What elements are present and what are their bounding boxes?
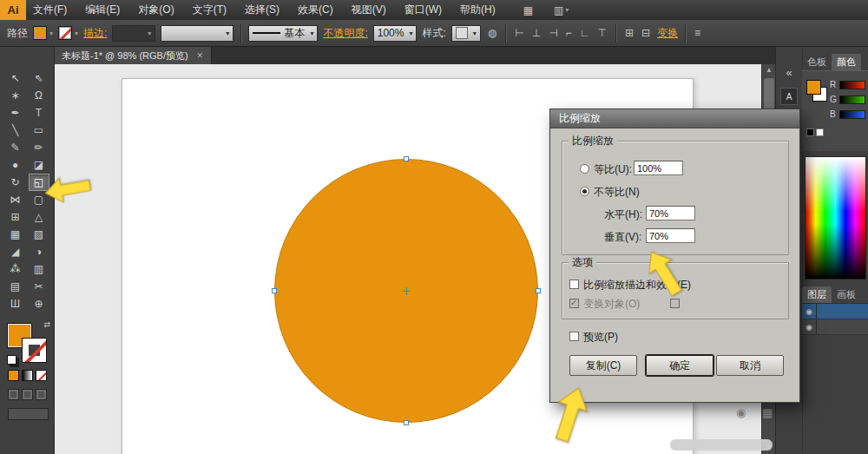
distribute-middle-icon[interactable]: ∟: [578, 27, 592, 39]
slice-tool[interactable]: ✂: [29, 278, 49, 295]
menu-type[interactable]: 文字(T): [186, 0, 233, 20]
stroke-color-swatch[interactable]: ▾: [58, 26, 78, 40]
fill-color-swatch[interactable]: ▾: [33, 26, 53, 40]
draw-normal-button[interactable]: [8, 389, 19, 400]
layer-row[interactable]: ◉: [802, 319, 868, 335]
screen-mode-button[interactable]: [8, 408, 49, 420]
line-segment-tool[interactable]: ╲: [5, 122, 26, 139]
magic-wand-tool[interactable]: ∗: [5, 87, 26, 104]
stroke-panel-link[interactable]: 描边:: [83, 26, 107, 41]
copy-button[interactable]: 复制(C): [569, 355, 637, 376]
color-slider-track[interactable]: [839, 95, 865, 104]
gradient-mode-button[interactable]: [22, 370, 33, 381]
shape-mode-icon[interactable]: ⊞: [623, 27, 635, 39]
hand-tool[interactable]: Ш: [5, 295, 26, 313]
artboard-tool[interactable]: ▤: [5, 278, 26, 295]
column-graph-tool[interactable]: ▥: [29, 260, 49, 278]
scale-strokes-checkbox[interactable]: [569, 280, 579, 289]
blob-brush-tool[interactable]: ●: [5, 156, 26, 174]
direct-selection-tool[interactable]: ⇖: [29, 69, 49, 87]
menu-window[interactable]: 窗口(W): [398, 0, 449, 20]
paintbrush-tool[interactable]: ✎: [5, 139, 26, 156]
color-spectrum[interactable]: [805, 156, 866, 280]
tab-color[interactable]: 颜色: [832, 54, 861, 70]
cancel-button[interactable]: 取消: [716, 355, 784, 376]
nonuniform-radio[interactable]: [580, 187, 589, 196]
menu-effect[interactable]: 效果(C): [291, 0, 340, 20]
horizontal-scrollbar-thumb[interactable]: [670, 439, 773, 451]
tab-layers[interactable]: 图层: [802, 286, 832, 303]
rotate-tool[interactable]: ↻: [5, 174, 26, 191]
transform-objects-checkbox[interactable]: [569, 299, 579, 308]
distribute-top-icon[interactable]: ⌐: [564, 27, 574, 39]
visibility-eye-icon[interactable]: ◉: [802, 319, 817, 334]
brush-definition-combo[interactable]: ▾: [161, 25, 233, 42]
tab-swatches[interactable]: 色板: [802, 54, 832, 70]
white-swatch[interactable]: [816, 128, 824, 136]
default-fill-stroke-icon[interactable]: [7, 355, 16, 365]
draw-behind-button[interactable]: [22, 389, 33, 400]
color-mode-button[interactable]: [8, 370, 19, 381]
document-tab[interactable]: 未标题-1* @ 98% (RGB/预览) ×: [54, 47, 212, 64]
symbol-sprayer-tool[interactable]: ⁂: [5, 260, 26, 278]
horizontal-scale-input[interactable]: [646, 206, 695, 220]
layer-row[interactable]: ◉: [802, 304, 868, 319]
color-slider-track[interactable]: [839, 81, 865, 89]
shape-builder-tool[interactable]: ⊞: [5, 208, 26, 226]
workspace-switcher-icon[interactable]: ▥▾: [554, 4, 569, 16]
pencil-tool[interactable]: ✏: [29, 139, 49, 156]
selection-tool[interactable]: ↖: [5, 69, 26, 87]
align-right-icon[interactable]: ⊣: [547, 27, 559, 39]
menu-file[interactable]: 文件(F): [26, 0, 74, 20]
menu-view[interactable]: 视图(V): [345, 0, 393, 20]
anchor-point-bottom[interactable]: [404, 420, 409, 425]
perspective-grid-tool[interactable]: △: [29, 208, 49, 226]
zoom-tool[interactable]: ⊕: [29, 295, 49, 313]
anchor-point-left[interactable]: [272, 288, 277, 293]
pen-tool[interactable]: ✒: [5, 104, 26, 122]
width-tool[interactable]: ⋈: [5, 191, 26, 208]
close-icon[interactable]: ×: [197, 49, 203, 62]
lasso-tool[interactable]: Ω: [29, 87, 49, 104]
uniform-radio[interactable]: [580, 164, 589, 174]
tab-artboards[interactable]: 画板: [832, 286, 861, 303]
visibility-eye-icon[interactable]: ◉: [802, 304, 817, 319]
globe-icon[interactable]: ◍: [486, 27, 498, 39]
color-slider-track[interactable]: [839, 110, 865, 119]
stroke-proxy[interactable]: [22, 338, 47, 363]
opacity-combo[interactable]: 100%▾: [373, 25, 418, 42]
distribute-bottom-icon[interactable]: ⊤: [595, 27, 608, 39]
mesh-tool[interactable]: ▦: [5, 226, 26, 243]
align-center-icon[interactable]: ⊥: [530, 27, 542, 39]
eyedropper-tool[interactable]: ◢: [5, 243, 26, 260]
swap-fill-stroke-icon[interactable]: ⇄: [43, 320, 50, 329]
stroke-weight-combo[interactable]: ▾: [112, 25, 155, 42]
anchor-point-top[interactable]: [404, 156, 409, 161]
gradient-tool[interactable]: ▧: [29, 226, 49, 243]
draw-inside-button[interactable]: [36, 389, 47, 400]
none-mode-button[interactable]: [36, 370, 47, 381]
uniform-scale-input[interactable]: [634, 161, 683, 175]
vertical-scale-input[interactable]: [646, 228, 695, 243]
blend-tool[interactable]: ◑: [29, 243, 49, 260]
menu-help[interactable]: 帮助(H): [453, 0, 503, 20]
eraser-tool[interactable]: ◪: [29, 156, 49, 174]
pathfinder-icon[interactable]: ⊟: [640, 27, 652, 39]
transform-panel-link[interactable]: 变换: [657, 26, 678, 41]
rectangle-tool[interactable]: ▭: [29, 122, 49, 139]
arrange-documents-icon[interactable]: ▦: [523, 4, 533, 16]
panel-menu-icon[interactable]: ≡: [693, 27, 702, 39]
scroll-up-icon[interactable]: ▲: [762, 64, 776, 76]
style-combo[interactable]: ▾: [451, 25, 481, 42]
dialog-title-bar[interactable]: 比例缩放: [550, 109, 799, 128]
panel-type-icon[interactable]: A: [780, 88, 798, 105]
ok-button[interactable]: 确定: [646, 355, 713, 376]
align-left-icon[interactable]: ⊢: [513, 27, 525, 39]
fill-proxy-small[interactable]: [806, 80, 821, 95]
menu-select[interactable]: 选择(S): [238, 0, 286, 20]
black-swatch[interactable]: [806, 128, 814, 136]
stroke-style-combo[interactable]: 基本▾: [248, 25, 318, 42]
menu-edit[interactable]: 编辑(E): [78, 0, 127, 20]
collapse-dock-icon[interactable]: «: [786, 66, 792, 79]
preview-checkbox[interactable]: [569, 332, 579, 341]
